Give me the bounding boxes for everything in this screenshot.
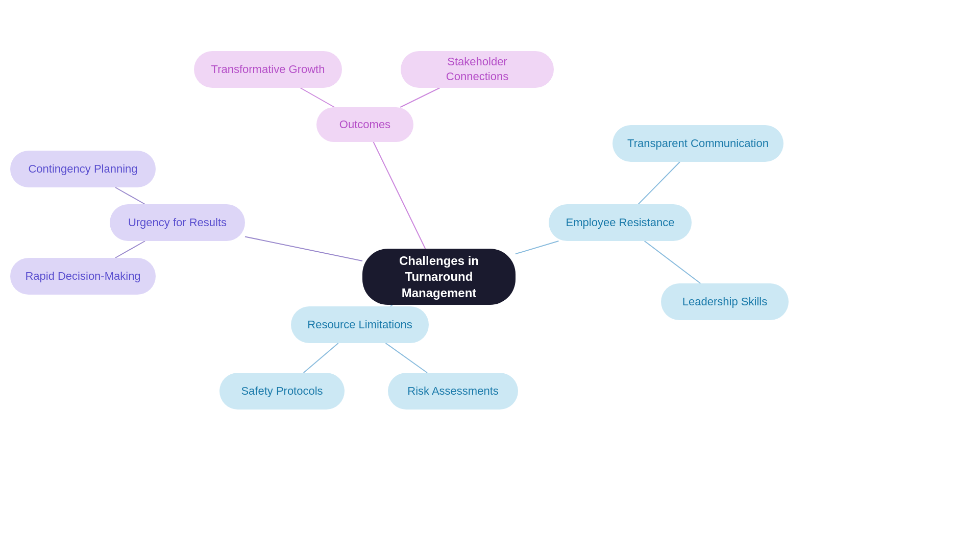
svg-line-3 xyxy=(245,236,362,261)
label-employee-resistance: Employee Resistance xyxy=(566,215,675,230)
node-safety-protocols: Safety Protocols xyxy=(219,373,345,410)
svg-line-4 xyxy=(115,187,145,204)
label-safety-protocols: Safety Protocols xyxy=(241,384,323,399)
label-rapid-decision-making: Rapid Decision-Making xyxy=(25,269,140,284)
svg-line-0 xyxy=(374,142,426,249)
center-node: Challenges in Turnaround Management xyxy=(362,249,516,305)
label-contingency-planning: Contingency Planning xyxy=(28,162,137,177)
label-transparent-communication: Transparent Communication xyxy=(627,136,769,151)
node-employee-resistance: Employee Resistance xyxy=(549,204,692,241)
center-label: Challenges in Turnaround Management xyxy=(377,253,501,301)
node-urgency-for-results: Urgency for Results xyxy=(110,204,245,241)
node-transparent-communication: Transparent Communication xyxy=(612,125,783,162)
svg-line-10 xyxy=(304,343,338,373)
node-resource-limitations: Resource Limitations xyxy=(291,306,429,343)
svg-line-1 xyxy=(300,88,334,107)
svg-line-6 xyxy=(516,241,558,254)
svg-line-11 xyxy=(386,343,427,373)
node-risk-assessments: Risk Assessments xyxy=(388,373,518,410)
label-urgency-for-results: Urgency for Results xyxy=(128,215,227,230)
label-risk-assessments: Risk Assessments xyxy=(407,384,499,399)
label-outcomes: Outcomes xyxy=(339,117,390,132)
label-stakeholder-connections: Stakeholder Connections xyxy=(415,55,540,84)
svg-line-8 xyxy=(645,241,701,283)
label-transformative-growth: Transformative Growth xyxy=(211,62,325,77)
node-outcomes: Outcomes xyxy=(316,107,413,142)
svg-line-7 xyxy=(638,162,680,204)
node-transformative-growth: Transformative Growth xyxy=(194,51,342,88)
label-leadership-skills: Leadership Skills xyxy=(682,295,767,309)
node-contingency-planning: Contingency Planning xyxy=(10,151,156,187)
label-resource-limitations: Resource Limitations xyxy=(307,318,412,332)
svg-line-2 xyxy=(400,88,439,107)
svg-line-5 xyxy=(115,241,145,258)
node-rapid-decision-making: Rapid Decision-Making xyxy=(10,258,156,295)
node-leadership-skills: Leadership Skills xyxy=(661,283,789,320)
node-stakeholder-connections: Stakeholder Connections xyxy=(401,51,554,88)
